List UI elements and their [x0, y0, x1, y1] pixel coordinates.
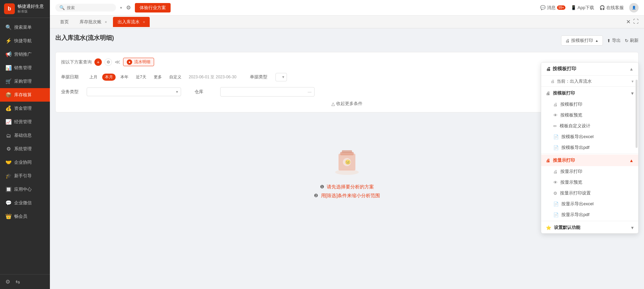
refresh-label: 刷新	[630, 37, 639, 44]
sidebar-item-wechat[interactable]: 💬 企业微信	[0, 196, 50, 210]
sidebar-item-enterprise[interactable]: 🤝 企业协同	[0, 156, 50, 169]
export-icon: ⬆	[607, 38, 611, 43]
filter-add-button[interactable]: +	[94, 58, 102, 66]
date-shortcut-this-year[interactable]: 本年	[118, 74, 131, 81]
sidebar-item-basic[interactable]: 🗂 基础信息	[0, 129, 50, 142]
template-section-label: 按模板打印	[553, 90, 575, 96]
sidebar-item-appcenter[interactable]: 🔲 应用中心	[0, 183, 50, 196]
tab-close-all-icon[interactable]: ✕	[626, 19, 631, 25]
tab-flow-close[interactable]: ×	[143, 20, 145, 24]
date-shortcut-this-month[interactable]: 本月	[102, 74, 116, 81]
dropdown-item-template-preview[interactable]: 👁 按模板预览	[541, 110, 638, 121]
date-shortcut-7days[interactable]: 近7天	[133, 74, 149, 81]
dropdown-section-template[interactable]: 🖨 按模板打印 ▾	[541, 87, 638, 99]
sidebar-item-finance[interactable]: 💰 资金管理	[0, 102, 50, 115]
topbar-dropdown-icon[interactable]: ▾	[120, 5, 122, 10]
dropdown-scrollbar-thumb	[636, 80, 638, 148]
business-type-dropdown-icon: ▾	[176, 89, 178, 94]
sidebar-item-purchase[interactable]: 🛒 采购管理	[0, 75, 50, 88]
sidebar-item-system[interactable]: ⚙ 系统管理	[0, 142, 50, 156]
tab-flow[interactable]: 出入库流水 ×	[113, 17, 150, 27]
refresh-button[interactable]: ↻ 刷新	[625, 37, 639, 44]
sidebar-item-label: 新手引导	[14, 173, 32, 179]
dropdown-up-icon[interactable]: ▲	[629, 67, 634, 72]
dropdown-item-template-excel[interactable]: 📄 按模板导出excel	[541, 131, 638, 142]
date-shortcut-custom[interactable]: 自定义	[167, 74, 184, 81]
dropdown-scrollbar[interactable]	[636, 62, 638, 233]
dropdown-section-default[interactable]: ⭐ 设置默认功能 ▾	[541, 222, 638, 233]
dropdown-item-display-print-settings[interactable]: ⚙ 按显示打印设置	[541, 188, 638, 199]
print-template-button[interactable]: 🖨 按模板打印 ▲	[561, 35, 603, 46]
collapse-sidebar-icon[interactable]: ⇆	[16, 279, 20, 285]
sidebar-item-label: 基础信息	[14, 132, 32, 138]
dropdown-item-display-excel[interactable]: 📄 按显示导出excel	[541, 199, 638, 209]
enterprise-icon: 🤝	[5, 159, 11, 165]
print-icon: 🖨	[565, 38, 570, 43]
filter-settings-small-button[interactable]: ⚙	[105, 58, 112, 66]
app-download-button[interactable]: 📱 App下载	[571, 5, 594, 11]
sidebar-item-marketing[interactable]: 📢 营销推广	[0, 48, 50, 61]
sidebar-nav: 🔍 搜索菜单 ⚡ 快捷导航 📢 营销推广 📊 销售管理 🛒 采购管理 📦 库存核…	[0, 18, 50, 274]
settings-footer-icon[interactable]: ⚙	[5, 279, 10, 285]
user-avatar[interactable]: 👤	[629, 3, 639, 12]
template-pdf-label: 按模板导出pdf	[561, 144, 589, 151]
warehouse-input[interactable]: ···	[220, 87, 315, 97]
dropdown-item-template-print[interactable]: 🖨 按模板打印	[541, 99, 638, 110]
template-pdf-icon: 📄	[553, 145, 559, 150]
sidebar-item-sales[interactable]: 📊 销售管理	[0, 61, 50, 75]
filter-header-label: 按以下方案查询	[61, 59, 92, 65]
business-type-input[interactable]: ▾	[87, 87, 181, 96]
message-button[interactable]: 💬 消息 99+	[540, 5, 565, 11]
export-button[interactable]: ⬆ 导出	[607, 37, 621, 44]
dropdown-item-template-pdf[interactable]: 📄 按模板导出pdf	[541, 142, 638, 153]
sidebar-item-inventory[interactable]: 📦 库存核算	[0, 88, 50, 102]
topbar: 🔍 ▾ ⚙ 体验行业方案 💬 消息 99+ 📱 App下载 🎧 在线客服 👤	[50, 0, 644, 16]
dropdown-item-display-preview[interactable]: 👁 按显示预览	[541, 177, 638, 188]
member-icon: 👑	[5, 213, 11, 219]
sidebar-item-label: 畅会员	[14, 213, 27, 219]
online-service-button[interactable]: 🎧 在线客服	[599, 5, 624, 11]
tab-home[interactable]: 首页	[55, 17, 74, 27]
dropdown-current-setting: 🖨 当前：出入库流水 ▾	[541, 76, 638, 86]
tab-batch[interactable]: 库存批次账 ×	[75, 17, 112, 27]
template-section-icon: 🖨	[546, 91, 550, 96]
dropdown-section-display[interactable]: 🖨 按显示打印 ▲	[541, 155, 638, 166]
topbar-search-input[interactable]	[67, 5, 107, 10]
tab-actions: ✕ ⛶	[626, 19, 639, 25]
dropdown-title-text: 按模板打印	[553, 66, 576, 72]
empty-hint-2: ❷ 用[筛选]条件来缩小分析范围	[314, 193, 380, 199]
sidebar-item-shortcut[interactable]: ⚡ 快捷导航	[0, 34, 50, 48]
default-section-icon: ⭐	[546, 225, 551, 230]
sidebar-item-operation[interactable]: 📈 经营管理	[0, 115, 50, 129]
current-setting-dropdown-icon[interactable]: ▾	[632, 79, 634, 84]
sidebar-item-member[interactable]: 👑 畅会员	[0, 210, 50, 223]
sales-icon: 📊	[5, 65, 11, 71]
sidebar-item-label: 资金管理	[14, 105, 32, 111]
dropdown-header: 🖨 按模板打印 ▲	[541, 62, 638, 76]
date-shortcut-more[interactable]: 更多	[151, 74, 165, 81]
svg-rect-3	[342, 150, 352, 153]
tab-expand-icon[interactable]: ⛶	[633, 19, 639, 25]
sidebar-item-label: 应用中心	[14, 186, 32, 192]
doc-type-select[interactable]	[275, 73, 287, 81]
trial-industry-button[interactable]: 体验行业方案	[135, 3, 171, 12]
app-download-label: App下载	[578, 5, 594, 11]
app-logo: b 畅捷通好生意 标准版	[0, 0, 50, 18]
template-custom-label: 模板自定义设计	[560, 123, 590, 129]
print-expand-icon: ▲	[595, 39, 598, 43]
dropdown-item-display-pdf[interactable]: 📄 按显示导出pdf	[541, 209, 638, 220]
sidebar-item-guide[interactable]: 🎓 新手引导	[0, 169, 50, 183]
dropdown-item-template-custom[interactable]: ✏ 模板自定义设计	[541, 121, 638, 131]
guide-icon: 🎓	[5, 173, 11, 179]
dropdown-item-display-print[interactable]: 🖨 按显示打印	[541, 166, 638, 177]
display-section-label: 按显示打印	[553, 157, 575, 163]
sidebar-item-label: 销售管理	[14, 65, 32, 71]
template-custom-icon: ✏	[553, 124, 557, 129]
display-preview-icon: 👁	[553, 180, 558, 185]
sidebar-item-search[interactable]: 🔍 搜索菜单	[0, 21, 50, 34]
topbar-settings-icon[interactable]: ⚙	[126, 4, 131, 11]
date-shortcut-last-month[interactable]: 上月	[87, 74, 100, 81]
marketing-icon: 📢	[5, 51, 11, 57]
filter-collapse-left-icon[interactable]: ≪	[115, 59, 120, 65]
tab-batch-close[interactable]: ×	[105, 20, 107, 24]
